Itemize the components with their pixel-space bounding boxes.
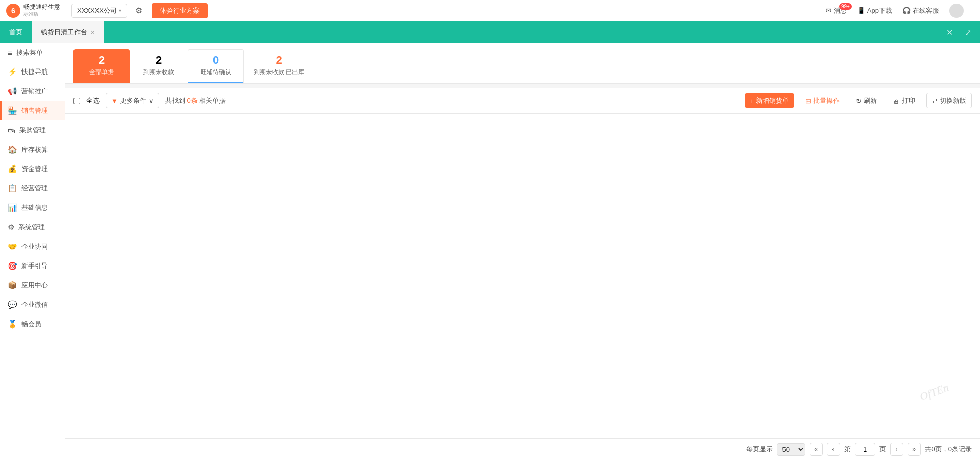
sidebar-item-operations[interactable]: 📋 经营管理 [0,179,65,198]
guide-icon: 🎯 [8,261,17,271]
select-all-checkbox[interactable] [74,98,80,104]
message-icon: ✉ [826,7,831,14]
headset-icon: 🎧 [902,7,911,14]
app-download-button[interactable]: 📱 App下载 [857,6,892,15]
sidebar-item-membership[interactable]: 🏅 畅会员 [0,314,65,334]
logo-badge: 标准版 [23,11,60,18]
trial-button[interactable]: 体验行业方案 [152,3,208,18]
inventory-icon: 🏠 [8,145,17,154]
found-count: 0条 [187,96,198,104]
chevron-down-icon: ▾ [119,8,121,13]
sidebar-item-search-menu[interactable]: ≡ 搜索菜单 [0,43,65,62]
tab-workbench-label: 钱货日清工作台 [41,28,87,37]
filter-label: 更多条件 [120,96,146,105]
switch-label: 切换新版 [940,96,966,105]
stats-tab-all[interactable]: 2 全部单据 [74,49,130,83]
sidebar-item-basic-info[interactable]: 📊 基础信息 [0,198,65,217]
print-button[interactable]: 🖨 打印 [888,93,920,108]
sidebar-item-capital[interactable]: 💰 资金管理 [0,159,65,179]
sidebar-item-marketing[interactable]: 📢 营销推广 [0,82,65,101]
sidebar-item-purchase[interactable]: 🛍 采购管理 [0,120,65,140]
stats-tab-overdue-unpaid[interactable]: 2 到期未收款 [131,49,187,83]
stats-wangwang-number: 0 [197,54,235,67]
tab-underline [188,82,243,83]
settings-icon[interactable]: ⚙ [131,3,146,18]
batch-label: 批量操作 [813,96,840,105]
sidebar-label-sales: 销售管理 [21,106,48,115]
app-download-label: App下载 [867,6,892,15]
close-tab-icon[interactable]: ✕ [942,25,957,39]
messages-badge: 99+ [839,3,852,10]
first-page-button[interactable]: « [810,443,823,456]
tab-home[interactable]: 首页 [0,21,32,43]
new-icon: + [750,97,754,105]
membership-icon: 🏅 [8,320,17,329]
sidebar-item-inventory[interactable]: 🏠 库存核算 [0,140,65,159]
sidebar-item-app-center[interactable]: 📦 应用中心 [0,276,65,295]
sidebar-item-system[interactable]: ⚙ 系统管理 [0,217,65,237]
page-label-2: 页 [879,445,886,454]
last-page-button[interactable]: » [908,443,921,456]
online-service-label: 在线客服 [913,6,939,15]
stats-unshipped-number: 2 [254,54,304,67]
sidebar-item-wechat-biz[interactable]: 💬 企业微信 [0,295,65,314]
refresh-button[interactable]: ↻ 刷新 [851,93,882,108]
tab-bar: 首页 钱货日清工作台 ✕ ✕ ⤢ [0,21,980,43]
enterprise-icon: 🤝 [8,242,17,251]
sidebar-item-quick-nav[interactable]: ⚡ 快捷导航 [0,62,65,82]
sidebar-label-wechat-biz: 企业微信 [21,300,48,309]
main-layout: ≡ 搜索菜单 ⚡ 快捷导航 📢 营销推广 🏪 销售管理 🛍 采购管理 🏠 库存核… [0,43,980,460]
sidebar-item-guide[interactable]: 🎯 新手引导 [0,256,65,276]
refresh-label: 刷新 [864,96,877,105]
stats-tab-wangwang[interactable]: 0 旺辅待确认 [188,49,244,83]
sidebar-item-sales[interactable]: 🏪 销售管理 [0,101,65,120]
avatar[interactable] [949,4,964,18]
switch-icon: ⇄ [932,97,938,105]
sidebar-label-app-center: 应用中心 [21,281,48,290]
stats-overdue-number: 2 [139,54,178,67]
stats-tab-unshipped[interactable]: 2 到期未收款 已出库 [245,49,313,83]
batch-operation-button[interactable]: ⊞ 批量操作 [800,93,845,108]
company-selector[interactable]: XXXXXX公司 ▾ [71,4,127,18]
sidebar-label-capital: 资金管理 [21,164,48,174]
search-menu-icon: ≡ [8,49,12,57]
tab-workbench[interactable]: 钱货日清工作台 ✕ [32,21,104,43]
sidebar-label-system: 系统管理 [18,223,45,232]
wechat-biz-icon: 💬 [8,300,17,309]
content-area: 2 全部单据 2 到期未收款 0 旺辅待确认 2 到期未收款 已出库 全选 ▼ [65,43,980,460]
top-header: 6 畅捷通好生意 标准版 XXXXXX公司 ▾ ⚙ 体验行业方案 ✉ 消息 99… [0,0,980,21]
new-sales-order-button[interactable]: + 新增销货单 [745,93,794,108]
basic-info-icon: 📊 [8,203,17,212]
sidebar-label-guide: 新手引导 [21,261,48,271]
page-input[interactable] [855,443,875,456]
stats-all-label: 全部单据 [82,68,121,77]
header-right: ✉ 消息 99+ 📱 App下载 🎧 在线客服 [826,4,974,18]
filter-button[interactable]: ▼ 更多条件 ∨ [106,93,159,108]
switch-version-button[interactable]: ⇄ 切换新版 [926,93,972,108]
total-info: 共0页，0条记录 [925,445,972,454]
sidebar-label-marketing: 营销推广 [21,87,48,96]
logo-icon: 6 [6,4,20,18]
capital-icon: 💰 [8,164,17,174]
logo-text: 畅捷通好生意 [23,3,60,11]
tab-close-icon[interactable]: ✕ [90,29,95,36]
sidebar-item-enterprise[interactable]: 🤝 企业协同 [0,237,65,256]
sidebar-label-inventory: 库存核算 [21,145,48,154]
sales-icon: 🏪 [8,106,17,115]
table-area [65,114,980,438]
sidebar-label-enterprise: 企业协同 [21,242,48,251]
online-service-button[interactable]: 🎧 在线客服 [902,6,939,15]
stats-overdue-label: 到期未收款 [139,68,178,77]
page-size-select[interactable]: 10 20 50 100 [777,443,805,456]
expand-icon[interactable]: ⤢ [961,25,975,39]
tab-bar-actions: ✕ ⤢ [942,25,980,39]
new-label: 新增销货单 [756,96,789,105]
tab-home-label: 首页 [9,28,22,37]
sidebar-label-quick-nav: 快捷导航 [21,67,48,77]
batch-icon: ⊞ [805,97,811,105]
prev-page-button[interactable]: ‹ [827,443,840,456]
system-icon: ⚙ [8,223,14,232]
select-all-label: 全选 [86,96,100,105]
messages-button[interactable]: ✉ 消息 99+ [826,6,847,15]
next-page-button[interactable]: › [890,443,903,456]
